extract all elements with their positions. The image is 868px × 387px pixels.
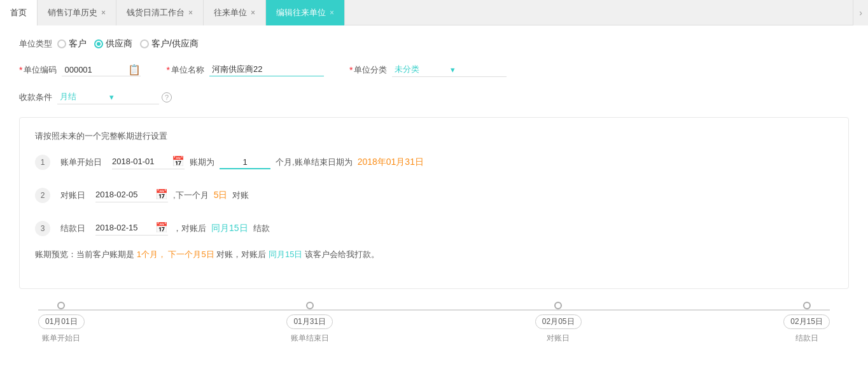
payment-date-label: 结款日	[60, 223, 85, 234]
timeline-label-0: 账单开始日	[42, 333, 80, 344]
payment-arrow: ▾	[109, 92, 157, 102]
tab-partner-label: 往来单位	[214, 7, 247, 18]
unit-category-value: 未分类	[395, 64, 448, 75]
payment-date-input[interactable]	[95, 223, 153, 232]
start-date-label: 账单开始日	[60, 157, 102, 168]
unit-name-group: * 单位名称	[166, 64, 323, 76]
unit-category-label: 单位分类	[354, 64, 387, 76]
payment-date-cal-icon[interactable]: 📅	[155, 222, 168, 234]
timeline-badge-2: 02月05日	[535, 314, 582, 329]
unit-code-required: *	[19, 65, 22, 75]
radio-customer[interactable]: 客户	[57, 38, 87, 50]
preview-end: 该客户会给我打款。	[305, 250, 379, 259]
radio-both-label: 客户/供应商	[151, 38, 199, 50]
tab-home[interactable]: 首页	[0, 0, 38, 25]
row-num-2: 2	[35, 188, 50, 203]
unit-type-radio-group: 客户 供应商 客户/供应商	[57, 38, 199, 50]
tabs-bar: 首页 销售订单历史 × 钱货日清工作台 × 往来单位 × 编辑往来单位 × ›	[0, 0, 868, 25]
unit-code-input[interactable]	[62, 64, 125, 76]
timeline-point-1: 01月31日 账单结束日	[286, 302, 333, 344]
period-section: 请按照未来的一个完整帐期进行设置 1 账单开始日 📅 账期为 个月,账单结束日期…	[19, 117, 849, 289]
timeline-dot-1	[306, 302, 314, 309]
period-month-label: 个月,账单结束日期为	[276, 157, 353, 168]
unit-type-row: 单位类型 客户 供应商 客户/供应商	[19, 38, 849, 50]
unit-type-group: 单位类型 客户 供应商 客户/供应商	[19, 38, 199, 50]
timeline-dot-2	[554, 302, 562, 309]
tab-edit-partner[interactable]: 编辑往来单位 ×	[266, 0, 345, 25]
unit-type-label: 单位类型	[19, 38, 52, 50]
unit-name-input[interactable]	[209, 64, 324, 76]
timeline-dot-0	[57, 302, 65, 309]
preview-reconcile: 下一个月5日	[168, 250, 214, 259]
payment-value: 月结	[60, 91, 107, 102]
payment-help-icon[interactable]: ?	[162, 92, 172, 102]
reconcile-date-cal-icon[interactable]: 📅	[155, 188, 168, 201]
timeline-dot-3	[803, 302, 811, 309]
preview-payment: 同月15日	[269, 250, 302, 259]
row-num-3: 3	[35, 221, 50, 236]
tab-sales-history[interactable]: 销售订单历史 ×	[38, 0, 116, 25]
row-3-content: 结款日 📅 ，对账后 同月15日 结款	[60, 222, 270, 236]
tab-edit-partner-label: 编辑往来单位	[276, 7, 326, 18]
unit-category-arrow: ▾	[451, 65, 504, 74]
preview-row: 账期预览：当前客户账期是 1个月， 下一个月5日 对账，对账后 同月15日 该客…	[35, 249, 833, 260]
payment-date-wrap: 📅	[95, 222, 168, 236]
unit-info-row: * 单位编码 📋 * 单位名称 * 单位分类 未分类 ▾	[19, 62, 849, 77]
tab-partner[interactable]: 往来单位 ×	[204, 0, 266, 25]
unit-name-label: 单位名称	[171, 64, 204, 76]
timeline-point-3: 02月15日 结款日	[783, 302, 830, 344]
tab-home-label: 首页	[10, 7, 27, 18]
payment-label: 收款条件	[19, 92, 52, 103]
radio-customer-label: 客户	[69, 38, 87, 50]
unit-name-required: *	[166, 65, 169, 75]
tab-sales-history-close[interactable]: ×	[101, 8, 106, 17]
unit-code-icon[interactable]: 📋	[128, 64, 141, 76]
timeline-label-3: 结款日	[795, 333, 818, 344]
timeline-label-2: 对账日	[547, 333, 570, 344]
tab-cash-work-close[interactable]: ×	[188, 8, 193, 17]
unit-category-group: * 单位分类 未分类 ▾	[349, 62, 507, 77]
row-2-content: 对账日 📅 ,下一个月 5日 对账	[60, 188, 249, 202]
reconcile-date-input[interactable]	[95, 190, 153, 199]
payment-group: 收款条件 月结 ▾ ?	[19, 90, 172, 104]
payment-row: 收款条件 月结 ▾ ?	[19, 90, 849, 104]
tab-cash-work[interactable]: 钱货日清工作台 ×	[116, 0, 204, 25]
timeline-point-2: 02月05日 对账日	[535, 302, 582, 344]
unit-category-dropdown[interactable]: 未分类 ▾	[392, 62, 507, 77]
start-date-wrap: 📅	[112, 155, 185, 169]
reconcile-prefix: ,下一个月	[173, 190, 209, 201]
timeline-badge-3: 02月15日	[783, 314, 830, 329]
start-date-input[interactable]	[112, 157, 169, 166]
timeline-point-0: 01月01日 账单开始日	[38, 302, 85, 344]
radio-both[interactable]: 客户/供应商	[140, 38, 199, 50]
tab-sales-history-label: 销售订单历史	[48, 7, 97, 18]
payment-prefix: ，对账后	[173, 223, 206, 234]
period-row-2: 2 对账日 📅 ,下一个月 5日 对账	[35, 188, 833, 203]
tab-edit-partner-close[interactable]: ×	[330, 8, 334, 17]
start-date-cal-icon[interactable]: 📅	[172, 155, 185, 167]
reconcile-day-highlight: 5日	[214, 190, 228, 201]
unit-code-label: 单位编码	[24, 64, 57, 76]
tab-cash-work-label: 钱货日清工作台	[127, 7, 185, 18]
payment-suffix: 结款	[253, 223, 270, 234]
preview-label: 账期预览：当前客户账期是	[35, 250, 134, 259]
radio-both-circle	[140, 39, 149, 48]
timeline-badge-0: 01月01日	[38, 314, 85, 329]
main-content: 单位类型 客户 供应商 客户/供应商 * 单位编码	[0, 25, 868, 387]
period-for-label: 账期为	[190, 157, 214, 168]
period-row-1: 1 账单开始日 📅 账期为 个月,账单结束日期为 2018年01月31日	[35, 155, 833, 170]
reconcile-suffix: 对账	[232, 190, 249, 201]
tab-scroll-right[interactable]: ›	[853, 0, 868, 25]
radio-customer-circle	[57, 39, 66, 48]
timeline-badge-1: 01月31日	[286, 314, 333, 329]
radio-supplier-label: 供应商	[106, 38, 132, 50]
period-row-3: 3 结款日 📅 ，对账后 同月15日 结款	[35, 221, 833, 236]
reconcile-date-wrap: 📅	[95, 188, 168, 202]
row-num-1: 1	[35, 155, 50, 170]
period-value-input[interactable]	[220, 156, 270, 169]
payment-dropdown[interactable]: 月结 ▾	[57, 90, 159, 104]
unit-code-group: * 单位编码 📋	[19, 64, 141, 76]
radio-supplier-circle	[94, 39, 103, 48]
tab-partner-close[interactable]: ×	[251, 8, 255, 17]
radio-supplier[interactable]: 供应商	[94, 38, 132, 50]
